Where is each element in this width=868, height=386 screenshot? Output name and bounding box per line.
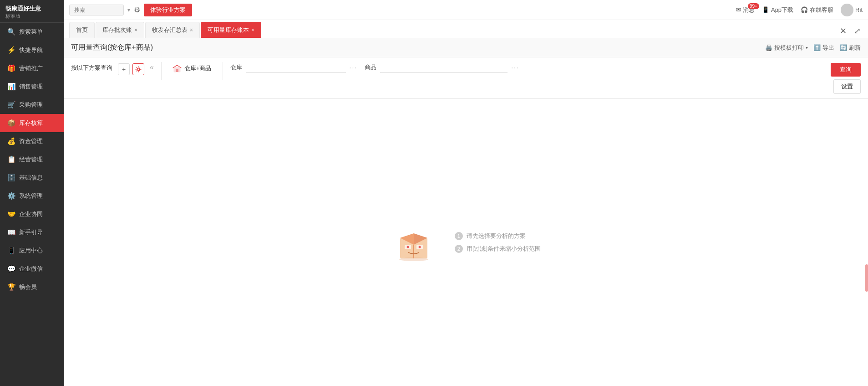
sidebar-item-label: 库存核算 (19, 119, 43, 127)
filter-area: 按以下方案查询 + « 仓库+商品 (64, 57, 868, 99)
tab-summary-close[interactable]: × (190, 27, 193, 33)
sidebar-item-finance[interactable]: 💰 资金管理 (0, 132, 64, 150)
sidebar-item-label: 营销推广 (19, 64, 43, 72)
headset-icon: 🎧 (801, 6, 808, 13)
brand-title: 畅康通好生意 (5, 5, 58, 13)
refresh-action[interactable]: 🔄 刷新 (840, 44, 861, 52)
divider2 (223, 62, 223, 80)
svg-point-9 (399, 257, 428, 261)
tab-summary-label: 收发存汇总表 (152, 26, 188, 34)
filter-label: 按以下方案查询 (71, 62, 112, 72)
empty-hints: 1 请先选择要分析的方案 2 用[过滤]条件来缩小分析范围 (455, 232, 541, 253)
appcenter-icon: 📱 (7, 247, 15, 255)
empty-hint-1: 1 请先选择要分析的方案 (455, 232, 541, 240)
sidebar-item-basic[interactable]: 🗄️ 基础信息 (0, 169, 64, 187)
goods-input[interactable] (380, 62, 508, 73)
sidebar-item-label: 经营管理 (19, 155, 43, 164)
warehouse-input[interactable] (246, 62, 346, 73)
query-button[interactable]: 查询 (831, 63, 861, 77)
tab-summary[interactable]: 收发存汇总表 × (145, 22, 200, 38)
goods-field: 商品 ··· (365, 62, 519, 73)
export-action[interactable]: ⬆️ 导出 (813, 44, 834, 52)
topbar: ▾ ⚙ 体验行业方案 ✉ 消息 99+ 📱 App下载 🎧 在线客服 Rit (64, 0, 868, 20)
goods-more-icon[interactable]: ··· (511, 64, 519, 71)
app-download-button[interactable]: 📱 App下载 (762, 6, 793, 14)
wechat-icon: 💬 (7, 265, 15, 273)
settings-scheme-button[interactable] (132, 63, 144, 75)
finance-icon: 💰 (7, 137, 15, 145)
sidebar-item-member[interactable]: 🏆 畅会员 (0, 278, 64, 296)
sidebar-item-system[interactable]: ⚙️ 系统管理 (0, 187, 64, 205)
sidebar-item-newuser[interactable]: 📖 新手引导 (0, 223, 64, 242)
settings-button[interactable]: 设置 (833, 79, 861, 94)
shortcut-icon: ⚡ (7, 46, 15, 54)
sidebar-item-label: 企业协同 (19, 210, 43, 218)
print-label: 按模板打印 (774, 44, 804, 52)
collapse-icon[interactable]: « (150, 62, 154, 72)
sidebar-item-label: 采购管理 (19, 101, 43, 109)
sidebar-scroll: 🔍 搜索菜单 ⚡ 快捷导航 🎁 营销推广 📊 销售管理 🛒 采购管理 📦 库存核… (0, 23, 64, 386)
tab-batch-label: 库存批次账 (102, 26, 132, 34)
trial-button[interactable]: 体验行业方案 (144, 4, 192, 16)
avatar (841, 4, 853, 16)
page-title: 可用量查询(按仓库+商品) (71, 43, 153, 52)
gear-icon[interactable]: ⚙ (134, 5, 140, 14)
online-support-button[interactable]: 🎧 在线客服 (801, 6, 833, 14)
search-input[interactable] (69, 5, 124, 15)
refresh-icon: 🔄 (840, 44, 847, 51)
sidebar-item-inventory[interactable]: 📦 库存核算 (0, 114, 64, 132)
sidebar-item-label: 销售管理 (19, 82, 43, 91)
filter-row-1: 仓库 ··· 商品 ··· (230, 62, 826, 73)
scroll-handle[interactable] (865, 264, 868, 292)
tab-batch-close[interactable]: × (134, 27, 137, 33)
basic-icon: 🗄️ (7, 174, 15, 182)
add-scheme-button[interactable]: + (118, 63, 130, 75)
warehouse-more-icon[interactable]: ··· (350, 64, 358, 71)
app-download-label: App下载 (771, 6, 793, 14)
newuser-icon: 📖 (7, 228, 15, 237)
scheme-warehouse-icon (173, 64, 182, 73)
expand-tab-button[interactable]: ⤢ (852, 24, 863, 38)
filter-submit-area: 查询 设置 (831, 62, 861, 94)
print-action[interactable]: 🖨️ 按模板打印 ▾ (765, 44, 808, 52)
sidebar-item-wechat[interactable]: 💬 企业微信 (0, 260, 64, 278)
export-icon: ⬆️ (813, 44, 821, 51)
hint-num-1: 1 (455, 232, 463, 240)
online-support-label: 在线客服 (810, 6, 833, 14)
sidebar-item-shortcut[interactable]: ⚡ 快捷导航 (0, 41, 64, 59)
mobile-icon: 📱 (762, 6, 769, 13)
sidebar-item-purchase[interactable]: 🛒 采购管理 (0, 96, 64, 114)
hint-num-2: 2 (455, 245, 463, 253)
sidebar-item-appcenter[interactable]: 📱 应用中心 (0, 242, 64, 260)
marketing-icon: 🎁 (7, 64, 15, 72)
sidebar-item-operations[interactable]: 📋 经营管理 (0, 150, 64, 169)
sidebar-item-label: 新手引导 (19, 228, 43, 237)
user-menu[interactable]: Rit (841, 4, 863, 16)
hint-text-1: 请先选择要分析的方案 (467, 232, 526, 240)
sidebar-item-search[interactable]: 🔍 搜索菜单 (0, 23, 64, 41)
tab-available-close[interactable]: × (251, 27, 254, 33)
tabbar: 首页 库存批次账 × 收发存汇总表 × 可用量库存账本 × ✕ ⤢ (64, 20, 868, 38)
message-button[interactable]: ✉ 消息 99+ (736, 6, 755, 14)
brand-sub: 标准版 (5, 13, 58, 20)
sidebar-item-enterprise[interactable]: 🤝 企业协同 (0, 205, 64, 223)
goods-label: 商品 (365, 63, 376, 72)
user-name: Rit (855, 6, 863, 13)
tab-home[interactable]: 首页 (69, 22, 95, 38)
close-tab-button[interactable]: ✕ (838, 24, 848, 38)
tab-available[interactable]: 可用量库存账本 × (201, 22, 261, 38)
divider (161, 62, 162, 80)
empty-box-svg (391, 220, 437, 265)
scheme-item-warehouse-goods[interactable]: 仓库+商品 (169, 62, 215, 75)
page-actions: 🖨️ 按模板打印 ▾ ⬆️ 导出 🔄 刷新 (765, 44, 861, 52)
sidebar-item-marketing[interactable]: 🎁 营销推广 (0, 59, 64, 77)
search-dropdown-icon[interactable]: ▾ (127, 7, 130, 13)
sidebar-item-label: 企业微信 (19, 265, 43, 273)
operations-icon: 📋 (7, 155, 15, 164)
print-dropdown-icon[interactable]: ▾ (806, 45, 808, 50)
sidebar: 畅康通好生意 标准版 🔍 搜索菜单 ⚡ 快捷导航 🎁 营销推广 📊 销售管理 🛒… (0, 0, 64, 386)
tab-batch[interactable]: 库存批次账 × (96, 22, 144, 38)
sidebar-item-sales[interactable]: 📊 销售管理 (0, 77, 64, 96)
brand: 畅康通好生意 标准版 (0, 0, 64, 23)
settings-scheme-icon (135, 66, 142, 72)
